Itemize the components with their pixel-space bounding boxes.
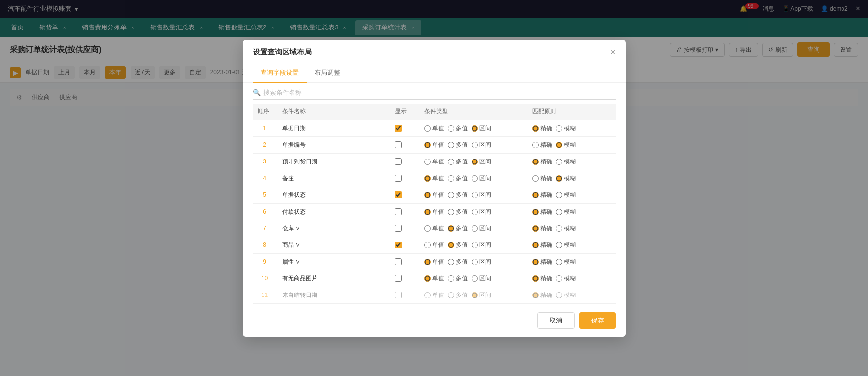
search-icon: 🔍 (253, 89, 261, 96)
dialog-close-button[interactable]: × (610, 48, 616, 56)
col-header-type: 条件类型 (420, 104, 527, 112)
dialog-tab-query-fields[interactable]: 查询字段设置 (253, 63, 307, 83)
settings-dialog: 设置查询区域布局 × 查询字段设置 布局调整 🔍 顺序 (243, 40, 626, 112)
dialog-title: 设置查询区域布局 (253, 48, 312, 57)
dialog-tab-layout[interactable]: 布局调整 (307, 63, 348, 83)
col-header-show: 显示 (390, 104, 420, 112)
modal-overlay[interactable]: 设置查询区域布局 × 查询字段设置 布局调整 🔍 顺序 (0, 0, 868, 112)
dialog-header: 设置查询区域布局 × (243, 40, 626, 63)
col-header-order: 顺序 (253, 104, 277, 112)
dialog-table: 顺序 条件名称 显示 条件类型 匹配原则 (253, 104, 616, 112)
search-input[interactable] (263, 89, 362, 96)
col-header-match: 匹配原则 (527, 104, 616, 112)
search-box: 🔍 (253, 89, 616, 100)
dialog-tabs: 查询字段设置 布局调整 (243, 63, 626, 83)
col-header-name: 条件名称 (277, 104, 390, 112)
